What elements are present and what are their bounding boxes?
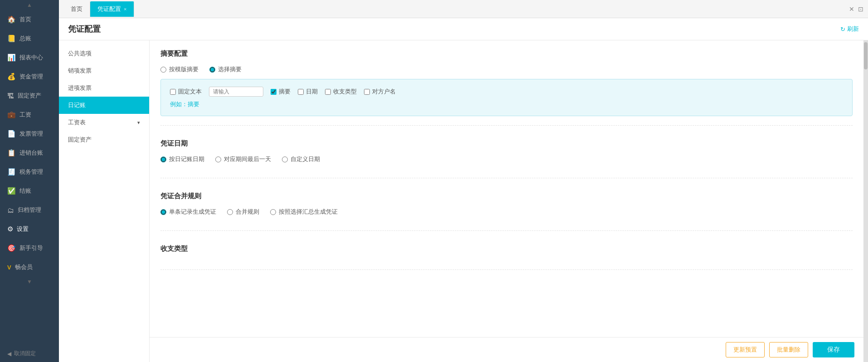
invoice-icon: 📄: [7, 130, 16, 138]
checkbox-date-input[interactable]: [298, 89, 304, 95]
checkbox-fixed-text[interactable]: 固定文本: [170, 88, 202, 96]
page-title: 凭证配置: [68, 24, 101, 34]
ledger-icon: 📒: [7, 34, 16, 43]
nav-item-sales-invoice[interactable]: 销项发票: [59, 62, 149, 79]
sidebar-item-home[interactable]: 🏠 首页: [0, 10, 59, 29]
tab-home[interactable]: 首页: [63, 1, 90, 17]
sidebar-scroll-down[interactable]: ▼: [0, 277, 59, 287]
radio-period-last-input[interactable]: [215, 157, 221, 162]
tab-bar: 首页 凭证配置 × ✕ ⊡: [59, 0, 868, 18]
radio-journal-date[interactable]: 按日记账日期: [160, 155, 204, 163]
voucher-date-section: 凭证日期 按日记账日期 对应期间最后一天 自定义日期: [160, 139, 853, 178]
radio-summary-generate-input[interactable]: [270, 209, 276, 215]
salary-icon: 💼: [7, 111, 16, 119]
voucher-date-title: 凭证日期: [160, 139, 853, 148]
nav-item-fixed-assets[interactable]: 固定资产: [59, 131, 149, 148]
bottom-action-bar: 更新预置 批量删除 保存: [150, 337, 863, 362]
checkbox-income-type-input[interactable]: [325, 89, 331, 95]
checkbox-fixed-text-input[interactable]: [170, 89, 176, 95]
outer-scrollbar[interactable]: [863, 40, 868, 362]
checkbox-counterpart-name-input[interactable]: [364, 89, 370, 95]
radio-merge[interactable]: 合并规则: [227, 208, 259, 216]
sidebar-item-ledger[interactable]: 📒 总账: [0, 29, 59, 48]
radio-single-input[interactable]: [160, 209, 166, 215]
merge-rules-radio-group: 单条记录生成凭证 合并规则 按照选择汇总生成凭证: [160, 208, 853, 216]
update-preview-button[interactable]: 更新预置: [726, 342, 765, 357]
nav-item-purchase-invoice[interactable]: 进项发票: [59, 79, 149, 97]
radio-custom-date[interactable]: 自定义日期: [282, 155, 320, 163]
radio-select-summary[interactable]: 选择摘要: [209, 65, 242, 73]
summary-config-box: 固定文本 摘要 日期 收支类型: [160, 79, 853, 116]
sidebar-item-tax[interactable]: 🧾 税务管理: [0, 162, 59, 181]
radio-template-summary-input[interactable]: [160, 67, 166, 73]
summary-checkbox-row: 固定文本 摘要 日期 收支类型: [170, 87, 843, 97]
report-icon: 📊: [7, 54, 16, 62]
tax-icon: 🧾: [7, 168, 16, 176]
tab-bar-actions: ✕ ⊡: [849, 5, 863, 13]
restore-window-icon[interactable]: ⊡: [858, 5, 863, 13]
nav-item-payroll[interactable]: 工资表 ▾: [59, 114, 149, 131]
home-icon: 🏠: [7, 15, 16, 24]
summary-config-section: 摘要配置 按模版摘要 选择摘要 固定文本: [160, 49, 853, 126]
sidebar-item-report[interactable]: 📊 报表中心: [0, 48, 59, 67]
summary-radio-group: 按模版摘要 选择摘要: [160, 65, 853, 73]
left-nav: 公共选项 销项发票 进项发票 日记账 工资表 ▾ 固定资产: [59, 40, 150, 362]
sidebar-item-invoice[interactable]: 📄 发票管理: [0, 124, 59, 143]
merge-rules-section: 凭证合并规则 单条记录生成凭证 合并规则 按照选择汇总生成凭证: [160, 192, 853, 231]
summary-config-title: 摘要配置: [160, 49, 853, 58]
tab-voucher-config[interactable]: 凭证配置 ×: [90, 1, 134, 17]
sidebar-item-assets[interactable]: 🏗 固定资产: [0, 86, 59, 105]
main-area: 首页 凭证配置 × ✕ ⊡ 凭证配置 ↻ 刷新 公共选项 销项发票 进项: [59, 0, 868, 362]
nav-item-common[interactable]: 公共选项: [59, 45, 149, 62]
radio-merge-input[interactable]: [227, 209, 233, 215]
radio-summary-generate[interactable]: 按照选择汇总生成凭证: [270, 208, 338, 216]
sidebar-item-archive[interactable]: 🗂 归档管理: [0, 201, 59, 220]
income-type-title: 收支类型: [160, 245, 853, 253]
chevron-down-icon: ▾: [137, 120, 140, 126]
radio-single[interactable]: 单条记录生成凭证: [160, 208, 216, 216]
page-header: 凭证配置 ↻ 刷新: [59, 18, 868, 40]
checkbox-date[interactable]: 日期: [298, 88, 318, 96]
sidebar: ▲ 🏠 首页 📒 总账 📊 报表中心 💰 资金管理 🏗 固定资产 💼 工资 📄 …: [0, 0, 59, 362]
close-accounts-icon: ✅: [7, 187, 16, 195]
refresh-icon: ↻: [840, 26, 845, 33]
sidebar-item-vip[interactable]: V 畅会员: [0, 258, 59, 277]
sidebar-item-settings[interactable]: ⚙ 设置: [0, 220, 59, 239]
refresh-button[interactable]: ↻ 刷新: [840, 25, 859, 33]
cancel-pin-button[interactable]: ◀ 取消固定: [0, 345, 59, 362]
checkbox-summary[interactable]: 摘要: [271, 88, 291, 96]
right-content: 摘要配置 按模版摘要 选择摘要 固定文本: [150, 40, 863, 362]
nav-item-journal[interactable]: 日记账: [59, 97, 149, 114]
income-type-section: 收支类型: [160, 245, 853, 270]
sidebar-scroll-up[interactable]: ▲: [0, 0, 59, 10]
content-layout: 公共选项 销项发票 进项发票 日记账 工资表 ▾ 固定资产: [59, 40, 868, 362]
checkbox-counterpart-name[interactable]: 对方户名: [364, 88, 396, 96]
radio-period-last[interactable]: 对应期间最后一天: [215, 155, 271, 163]
save-button[interactable]: 保存: [813, 342, 854, 357]
radio-custom-date-input[interactable]: [282, 157, 288, 162]
fund-icon: 💰: [7, 73, 16, 81]
radio-journal-date-input[interactable]: [160, 157, 166, 162]
sidebar-item-fund[interactable]: 💰 资金管理: [0, 67, 59, 86]
fixed-text-input[interactable]: [209, 87, 263, 97]
sidebar-item-salary[interactable]: 💼 工资: [0, 105, 59, 124]
guide-icon: 🎯: [7, 244, 16, 252]
close-window-icon[interactable]: ✕: [849, 5, 854, 13]
radio-template-summary[interactable]: 按模版摘要: [160, 65, 199, 73]
assets-icon: 🏗: [7, 92, 14, 100]
trade-icon: 📋: [7, 149, 16, 157]
sidebar-item-trade[interactable]: 📋 进销台账: [0, 143, 59, 162]
voucher-date-radio-group: 按日记账日期 对应期间最后一天 自定义日期: [160, 155, 853, 163]
sidebar-item-close[interactable]: ✅ 结账: [0, 181, 59, 201]
settings-icon: ⚙: [7, 225, 13, 233]
scrollbar-thumb[interactable]: [864, 42, 868, 69]
sidebar-item-guide[interactable]: 🎯 新手引导: [0, 239, 59, 258]
batch-delete-button[interactable]: 批量删除: [769, 342, 808, 357]
checkbox-summary-input[interactable]: [271, 89, 276, 95]
checkbox-income-type[interactable]: 收支类型: [325, 88, 357, 96]
radio-select-summary-input[interactable]: [209, 67, 215, 73]
tab-close-button[interactable]: ×: [124, 6, 126, 12]
merge-rules-title: 凭证合并规则: [160, 192, 853, 201]
vip-icon: V: [7, 264, 11, 271]
archive-icon: 🗂: [7, 206, 14, 214]
